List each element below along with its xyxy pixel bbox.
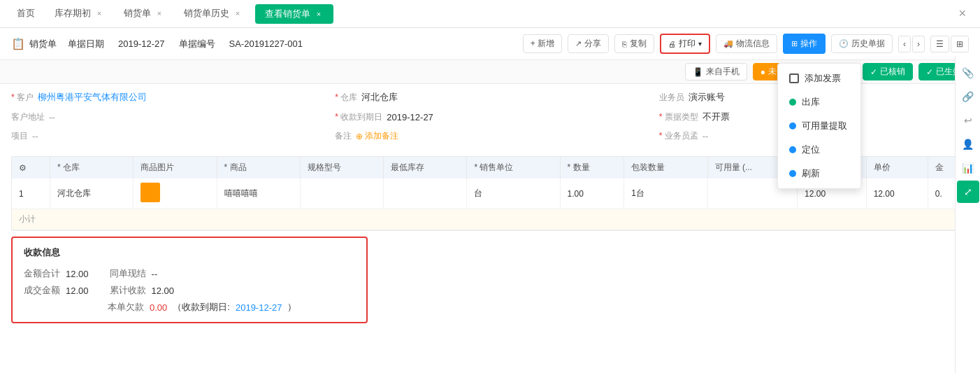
tab-view-sales-close[interactable]: × (314, 9, 324, 19)
tab-inventory[interactable]: 库存期初 × (45, 0, 114, 28)
sidebar-icon-link[interactable]: 🔗 (957, 85, 979, 108)
sidebar-icon-attachment[interactable]: 📎 (957, 62, 979, 84)
nav-arrows: ‹ › (898, 36, 925, 52)
refresh-icon (789, 170, 796, 177)
print-button[interactable]: 🖨 打印 ▾ (660, 34, 710, 54)
tab-view-sales[interactable]: 查看销货单 × (255, 4, 333, 24)
due-date-field: 收款到期日 2019-12-27 (335, 111, 644, 123)
check2-icon: ✓ (870, 67, 877, 77)
row-product-img (134, 178, 217, 209)
payment-transaction: 成交金额 12.00 (24, 284, 89, 297)
same-order-value: -- (152, 269, 158, 279)
history-button[interactable]: 🕐 历史单据 (831, 34, 893, 53)
row-min-stock (384, 178, 467, 209)
payment-total: 金额合计 12.00 (24, 267, 89, 280)
doc-meta: 单据日期 2019-12-27 单据编号 SA-20191227-001 (68, 38, 303, 50)
row-pack-qty: 1台 (624, 178, 707, 209)
warehouse-label: 仓库 (335, 92, 357, 104)
cumulative-value: 12.00 (152, 286, 175, 296)
global-close-button[interactable]: × (951, 6, 973, 21)
share-button[interactable]: ↗ 分享 (568, 34, 609, 53)
outbound-icon (789, 99, 796, 106)
tab-sales-history[interactable]: 销货单历史 × (174, 0, 252, 28)
col-product: * 商品 (217, 157, 300, 178)
due-note: （收款到期日: (173, 301, 230, 314)
tab-inventory-close[interactable]: × (94, 8, 104, 18)
plus-icon: ⊕ (356, 132, 363, 141)
payment-row-3: 本单欠款 0.00 （收款到期日: 2019-12-27 ） (24, 301, 355, 314)
payment-due: 本单欠款 0.00 （收款到期日: 2019-12-27 ） (108, 301, 296, 314)
payment-same-order: 同单现结 -- (110, 267, 158, 280)
warehouse-field: 仓库 河北仓库 (335, 91, 644, 104)
next-arrow[interactable]: › (912, 36, 925, 52)
staff-label: 业务员 (659, 92, 684, 104)
add-note-button[interactable]: ⊕ 添加备注 (356, 130, 398, 142)
dropdown-refresh[interactable]: 刷新 (778, 162, 860, 185)
sidebar-icon-expand[interactable]: ⤢ (957, 181, 979, 203)
dropdown-add-invoice[interactable]: 添加发票 (778, 66, 860, 90)
dropdown-outbound[interactable]: 出库 (778, 90, 860, 114)
date-label: 单据日期 (68, 38, 104, 50)
col-sales-unit: * 销售单位 (467, 157, 560, 178)
locate-icon (789, 146, 796, 153)
operations-button[interactable]: ⊞ 操作 (783, 34, 826, 54)
tab-sales[interactable]: 销货单 × (114, 0, 174, 28)
cancelled-button[interactable]: ✓ 已核销 (863, 63, 913, 80)
product-thumbnail (140, 183, 160, 202)
due-date-label: 收款到期日 (335, 111, 382, 123)
due-label: 本单欠款 (108, 301, 144, 314)
main-content: 📋 销货单 单据日期 2019-12-27 单据编号 SA-20191227-0… (0, 28, 980, 373)
dropdown-locate[interactable]: 定位 (778, 138, 860, 162)
due-note-close: ） (287, 301, 296, 314)
project-value: -- (32, 131, 38, 141)
payment-cumulative: 累计收款 12.00 (110, 284, 175, 297)
dropdown-qty-extract[interactable]: 可用量提取 (778, 114, 860, 138)
staff-value: 演示账号 (689, 91, 725, 104)
note-label: 备注 (335, 130, 352, 142)
row-warehouse: 河北仓库 (50, 178, 133, 209)
row-index: 1 (12, 178, 50, 209)
row-sales-unit: 台 (467, 178, 560, 209)
number-label: 单据编号 (179, 38, 215, 50)
due-date-display: 2019-12-27 (236, 302, 282, 313)
grid-view-button[interactable]: ⊞ (951, 36, 969, 52)
tab-home[interactable]: 首页 (7, 0, 45, 28)
col-pack-qty: 包装数量 (624, 157, 707, 178)
col-unit-price: 单价 (866, 157, 928, 178)
transaction-label: 成交金额 (24, 284, 60, 297)
ticket-type-value: 不开票 (702, 111, 730, 123)
sidebar-icon-user[interactable]: 👤 (957, 133, 979, 155)
list-view-button[interactable]: ☰ (930, 36, 949, 52)
logistics-button[interactable]: 🚚 物流信息 (716, 34, 777, 53)
col-warehouse: * 仓库 (50, 157, 133, 178)
prev-arrow[interactable]: ‹ (898, 36, 911, 52)
history-icon: 🕐 (839, 39, 849, 48)
tab-sales-close[interactable]: × (154, 8, 164, 18)
right-sidebar: 📎 🔗 ↩ 👤 📊 ⤢ (955, 56, 980, 373)
col-min-stock: 最低库存 (384, 157, 467, 178)
payment-title: 收款信息 (24, 246, 355, 259)
transaction-value: 12.00 (66, 286, 89, 296)
col-product-img: 商品图片 (134, 157, 217, 178)
copy-button[interactable]: ⎘ 复制 (614, 34, 654, 53)
tab-sales-history-close[interactable]: × (233, 8, 243, 18)
address-value: -- (49, 112, 55, 122)
warehouse-value: 河北仓库 (361, 91, 398, 104)
print-dropdown-arrow: ▾ (698, 40, 702, 48)
payment-row-1: 金额合计 12.00 同单现结 -- (24, 267, 355, 280)
check3-icon: ✓ (926, 67, 933, 77)
customer-value[interactable]: 柳州粤港平安气体有限公司 (38, 91, 147, 104)
print-icon: 🖨 (668, 40, 676, 48)
doc-header: 📋 销货单 单据日期 2019-12-27 单据编号 SA-20191227-0… (0, 28, 980, 60)
number-value: SA-20191227-001 (229, 38, 303, 49)
doc-icon: 📋 (11, 37, 25, 50)
col-settings[interactable]: ⚙ (12, 157, 50, 178)
customer-field: 客户 柳州粤港平安气体有限公司 (11, 91, 321, 104)
from-phone-button[interactable]: 📱 来自手机 (685, 63, 747, 80)
sidebar-icon-chart[interactable]: 📊 (957, 157, 979, 179)
row-unit-price: 12.00 (866, 178, 928, 209)
doc-title: 📋 销货单 (11, 37, 57, 50)
cumulative-label: 累计收款 (110, 284, 146, 297)
new-button[interactable]: + 新增 (523, 34, 562, 53)
sidebar-icon-return[interactable]: ↩ (957, 109, 979, 132)
